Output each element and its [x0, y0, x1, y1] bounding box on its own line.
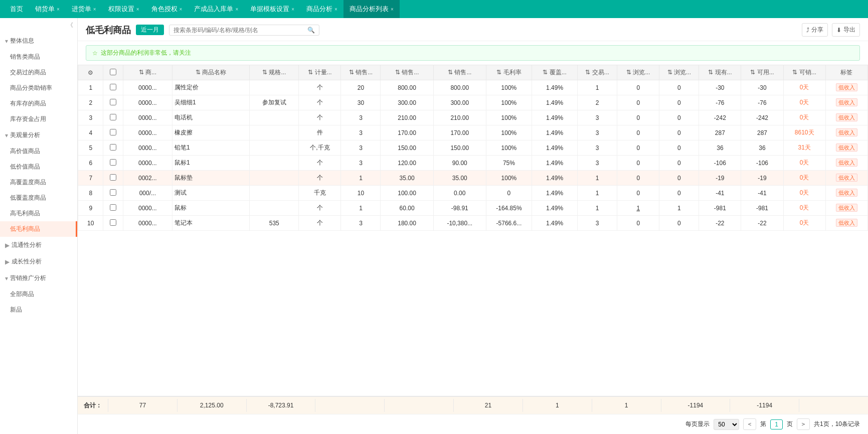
th-sale-profit[interactable]: ⇅ 销售...: [433, 65, 486, 80]
cell-cb[interactable]: [103, 216, 123, 231]
next-page-btn[interactable]: ＞: [797, 418, 810, 430]
cell-gross-rate: 100%: [486, 140, 532, 156]
nav-product-analysis-list-close[interactable]: ×: [391, 7, 394, 12]
sidebar-item-high-margin[interactable]: 高毛利商品: [0, 206, 77, 221]
sidebar-group-value-analysis[interactable]: ▾美观量分析: [0, 127, 77, 143]
cell-browse1[interactable]: 1: [617, 201, 659, 216]
cell-cb[interactable]: [103, 201, 123, 216]
sidebar-item-high-coverage[interactable]: 高覆盖度商品: [0, 175, 77, 190]
date-filter-btn[interactable]: 近一月: [136, 25, 164, 35]
nav-template[interactable]: 单据模板设置×: [244, 0, 300, 18]
row-checkbox[interactable]: [110, 159, 116, 166]
th-sale-amt[interactable]: ⇅ 销售...: [381, 65, 433, 80]
nav-product-entry-close[interactable]: ×: [235, 7, 238, 12]
th-spec[interactable]: ⇅ 规格...: [250, 65, 299, 80]
table-row: 3 0000... 电话机 个 3 210.00 210.00 100% 1.4…: [78, 110, 868, 125]
th-gross-rate[interactable]: ⇅ 毛利率: [486, 65, 532, 80]
row-checkbox[interactable]: [110, 129, 116, 135]
cell-cb[interactable]: [103, 80, 123, 95]
th-saleable[interactable]: ⇅ 可销...: [783, 65, 825, 80]
search-input[interactable]: [173, 27, 305, 34]
row-checkbox[interactable]: [110, 84, 116, 90]
nav-home[interactable]: 首页: [4, 0, 29, 18]
nav-role[interactable]: 角色授权×: [145, 0, 189, 18]
th-browse1[interactable]: ⇅ 浏览...: [617, 65, 659, 80]
nav-role-close[interactable]: ×: [180, 7, 183, 12]
cell-cb[interactable]: [103, 156, 123, 171]
sidebar-group-overview[interactable]: ▾整体信息: [0, 33, 77, 49]
row-checkbox[interactable]: [110, 189, 116, 196]
th-unit[interactable]: ⇅ 计量...: [299, 65, 341, 80]
sidebar-item-category-rate[interactable]: 商品分类助销率: [0, 80, 77, 96]
nav-product-analysis[interactable]: 商品分析×: [300, 0, 343, 18]
nav-product-entry[interactable]: 产成品入库单×: [188, 0, 244, 18]
nav-product-analysis-close[interactable]: ×: [334, 7, 337, 12]
cell-cb[interactable]: [103, 95, 123, 110]
cell-unit: 个: [299, 80, 341, 95]
row-checkbox[interactable]: [110, 144, 116, 151]
sidebar-item-all-goods[interactable]: 全部商品: [0, 286, 77, 302]
cell-sale-qty: 30: [341, 95, 381, 110]
nav-permission[interactable]: 权限设置×: [102, 0, 145, 18]
th-available[interactable]: ⇅ 可用...: [741, 65, 783, 80]
th-name[interactable]: ⇅ 商品名称: [172, 65, 249, 80]
th-sale-qty[interactable]: ⇅ 销售...: [341, 65, 381, 80]
nav-purchase-close[interactable]: ×: [93, 7, 96, 12]
cell-cb[interactable]: [103, 110, 123, 125]
sidebar-item-low-value[interactable]: 低价值商品: [0, 159, 77, 175]
prev-page-btn[interactable]: ＜: [743, 418, 756, 430]
sidebar-item-low-coverage[interactable]: 低覆盖度商品: [0, 190, 77, 206]
th-checkbox[interactable]: [103, 65, 123, 80]
nav-sales-close[interactable]: ×: [57, 7, 60, 12]
nav-sales[interactable]: 销货单×: [29, 0, 66, 18]
sort-icon-coverage: ⇅: [543, 69, 548, 76]
sidebar-item-traded-goods[interactable]: 交易过的商品: [0, 65, 77, 80]
sidebar-collapse-btn[interactable]: 《: [0, 18, 77, 33]
row-checkbox[interactable]: [110, 114, 116, 120]
sidebar-item-high-value[interactable]: 高价值商品: [0, 143, 77, 159]
export-button[interactable]: ⬇ 导出: [832, 23, 860, 37]
per-page-select[interactable]: 50 100 200: [714, 419, 739, 430]
select-all-checkbox[interactable]: [110, 69, 116, 75]
cell-cb[interactable]: [103, 171, 123, 186]
cell-browse2: 0: [659, 110, 699, 125]
cell-spec: [250, 171, 299, 186]
notice-bar: ☆ 这部分商品的利润非常低，请关注: [86, 45, 860, 61]
cell-coverage: 1.49%: [532, 140, 577, 156]
row-checkbox[interactable]: [110, 204, 116, 211]
cell-available: -76: [741, 95, 783, 110]
nav-template-close[interactable]: ×: [291, 7, 294, 12]
sidebar-group-marketing[interactable]: ▾营销推广分析: [0, 270, 77, 286]
sidebar-item-sales-goods[interactable]: 销售类商品: [0, 49, 77, 65]
cell-cb[interactable]: [103, 140, 123, 156]
row-checkbox[interactable]: [110, 99, 116, 105]
cell-tag: 低收入: [825, 156, 867, 171]
th-coverage[interactable]: ⇅ 覆盖...: [532, 65, 577, 80]
nav-product-analysis-list[interactable]: 商品分析列表×: [343, 0, 400, 18]
th-settings[interactable]: ⚙: [78, 65, 103, 80]
th-txn[interactable]: ⇅ 交易...: [578, 65, 617, 80]
sidebar-group-liquidity[interactable]: ▶流通性分析: [0, 237, 77, 253]
nav-purchase[interactable]: 进货单×: [66, 0, 102, 18]
table-row: 7 0002... 鼠标垫 个 1 35.00 35.00 100% 1.49%…: [78, 171, 868, 186]
sidebar-item-stock-capital[interactable]: 库存资金占用: [0, 111, 77, 127]
cell-tag: 低收入: [825, 201, 867, 216]
cell-cb[interactable]: [103, 125, 123, 140]
th-code[interactable]: ⇅ 商...: [123, 65, 172, 80]
table-row: 5 0000... 铅笔1 个,千克 3 150.00 150.00 100% …: [78, 140, 868, 156]
row-checkbox[interactable]: [110, 219, 116, 226]
row-checkbox[interactable]: [110, 174, 116, 181]
th-browse2[interactable]: ⇅ 浏览...: [659, 65, 699, 80]
cell-cb[interactable]: [103, 186, 123, 201]
cell-unit: 个: [299, 156, 341, 171]
share-button[interactable]: ⤴ 分享: [802, 23, 828, 37]
sidebar-item-new-goods[interactable]: 新品: [0, 302, 77, 318]
sidebar-group-growth[interactable]: ▶成长性分析: [0, 253, 77, 270]
nav-permission-close[interactable]: ×: [136, 7, 139, 12]
summary-coverage: [384, 399, 453, 412]
sidebar-item-stock-goods[interactable]: 有库存的商品: [0, 96, 77, 111]
th-tag[interactable]: 标签: [825, 65, 867, 80]
sidebar-item-low-margin[interactable]: 低毛利商品: [0, 221, 77, 237]
th-current[interactable]: ⇅ 现有...: [699, 65, 741, 80]
export-icon: ⬇: [836, 27, 841, 34]
